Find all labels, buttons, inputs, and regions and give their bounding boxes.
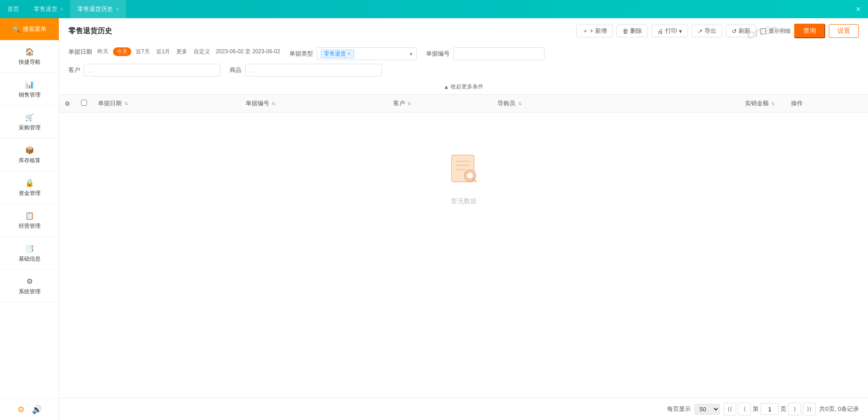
tab-retail-return-history-close[interactable]: × — [116, 6, 118, 12]
date-opt-1month[interactable]: 近1月 — [154, 47, 172, 56]
type-tag: 零售退货 × — [321, 50, 354, 58]
page-input[interactable] — [760, 403, 779, 415]
date-range-display: 2023-06-02 至 2023-06-02 — [216, 48, 280, 56]
sidebar-item-system-label: 系统管理 — [19, 288, 41, 296]
sales-icon: 📊 — [25, 79, 35, 89]
new-button[interactable]: ＋ + 新增 — [576, 25, 613, 37]
table-container: ⚙ 单据日期 ⇅ 单据编号 ⇅ — [59, 95, 868, 398]
col-amount-sort-icon[interactable]: ⇅ — [771, 101, 775, 106]
goods-filter-label: 商品 — [230, 66, 241, 74]
page-header: 零售退货历史 ＋ + 新增 🗑 删除 🖨 打印 ▾ — [59, 18, 868, 95]
operations-icon: 📋 — [25, 210, 35, 220]
sidebar-item-finance[interactable]: 🔒 资金管理 — [0, 171, 59, 204]
sidebar-item-quicknav[interactable]: 🏠 快捷导航 — [0, 40, 59, 73]
display-detail-checkbox[interactable] — [760, 28, 766, 34]
pagination-nav: ⟨⟨ ⟨ 第 页 ⟩ ⟩⟩ — [724, 403, 816, 415]
system-icon: ⚙ — [25, 276, 35, 286]
per-page-select[interactable]: 50 10 20 100 — [694, 404, 720, 415]
select-all-checkbox[interactable] — [81, 100, 87, 106]
filter-row-1: 单据日期 昨天 今天 近7天 近1月 更多 自定义 2023-06-02 至 2… — [68, 47, 859, 60]
type-select[interactable]: 零售退货 × ▾ — [317, 47, 417, 60]
type-chevron-icon: ▾ — [410, 51, 413, 57]
settings-bottom-icon[interactable]: ⚙ — [17, 405, 25, 415]
page-title: 零售退货历史 — [68, 26, 112, 36]
col-guide: 导购员 ⇅ — [492, 95, 618, 113]
print-button[interactable]: 🖨 打印 ▾ — [652, 25, 688, 37]
col-customer-sort-icon[interactable]: ⇅ — [407, 101, 411, 106]
date-filter-label: 单据日期 — [68, 48, 92, 56]
sidebar-search-label: 搜索菜单 — [23, 25, 46, 33]
tab-home[interactable]: 首页 — [0, 0, 26, 18]
type-tag-value: 零售退货 — [324, 50, 346, 58]
empty-icon — [443, 149, 484, 190]
window-close-button[interactable]: × — [848, 5, 868, 14]
sidebar-item-sales[interactable]: 📊 销售管理 — [0, 73, 59, 106]
sidebar-bottom: ⚙ 🔊 — [0, 399, 59, 420]
collapse-button[interactable]: ▲ 收起更多条件 — [68, 80, 859, 94]
date-opt-yesterday[interactable]: 昨天 — [96, 47, 110, 56]
date-opt-more[interactable]: 更多 — [175, 47, 189, 56]
per-page-label: 每页显示 — [667, 405, 691, 413]
customer-input[interactable]: ... — [84, 64, 221, 77]
sidebar-item-operations[interactable]: 📋 经营管理 — [0, 204, 59, 237]
sidebar-search-button[interactable]: 🔍 搜索菜单 — [0, 18, 59, 40]
goods-input[interactable]: ... — [245, 64, 382, 77]
col-guide-sort-icon[interactable]: ⇅ — [518, 101, 522, 106]
table-header-row: ⚙ 单据日期 ⇅ 单据编号 ⇅ — [59, 95, 868, 113]
query-button-label: 查询 — [803, 27, 816, 34]
page-header-top: 零售退货历史 ＋ + 新增 🗑 删除 🖨 打印 ▾ — [68, 24, 859, 38]
first-page-button[interactable]: ⟨⟨ — [724, 403, 736, 415]
tab-retail-return[interactable]: 零售退货 × — [26, 0, 70, 18]
table-footer: 每页显示 50 10 20 100 ⟨⟨ ⟨ 第 页 ⟩ ⟩⟩ 共0页, 0条记… — [59, 398, 868, 420]
voucher-filter: 单据编号 — [426, 47, 544, 60]
display-detail-toggle[interactable]: 显示明细 — [760, 27, 791, 35]
col-voucher-sort-icon[interactable]: ⇅ — [272, 101, 275, 106]
col-voucher-label: 单据编号 — [246, 100, 269, 107]
tab-retail-return-close[interactable]: × — [60, 6, 63, 12]
delete-icon: 🗑 — [622, 28, 628, 35]
quicknav-icon: 🏠 — [25, 46, 35, 56]
date-opt-today[interactable]: 今天 — [113, 47, 131, 56]
export-button[interactable]: ↗ 导出 — [692, 25, 722, 37]
query-button[interactable]: 查询 — [794, 24, 825, 38]
volume-icon[interactable]: 🔊 — [32, 405, 42, 415]
sidebar-item-inventory[interactable]: 📦 库存核算 — [0, 138, 59, 171]
svg-point-5 — [467, 172, 473, 179]
settings-button[interactable]: 设置 — [829, 24, 859, 38]
date-options: 昨天 今天 近7天 近1月 更多 自定义 — [96, 47, 212, 56]
col-settings-icon[interactable]: ⚙ — [65, 100, 70, 107]
voucher-input[interactable] — [453, 47, 544, 60]
content-area: 零售退货历史 ＋ + 新增 🗑 删除 🖨 打印 ▾ — [59, 18, 868, 420]
col-guide-label: 导购员 — [498, 100, 515, 107]
col-date-sort-icon[interactable]: ⇅ — [124, 101, 128, 106]
top-bar-tabs: 首页 零售退货 × 零售退货历史 × — [0, 0, 848, 18]
print-icon: 🖨 — [657, 28, 663, 35]
sidebar: 🔍 搜索菜单 🏠 快捷导航 📊 销售管理 🛒 采购管理 📦 库存核算 🔒 资金管… — [0, 18, 59, 420]
date-opt-custom[interactable]: 自定义 — [192, 47, 212, 56]
tab-retail-return-history[interactable]: 零售退货历史 × — [70, 0, 126, 18]
col-settings[interactable]: ⚙ — [59, 95, 76, 113]
last-page-button[interactable]: ⟩⟩ — [803, 403, 816, 415]
delete-button[interactable]: 🗑 删除 — [616, 25, 648, 37]
sidebar-item-purchase-label: 采购管理 — [19, 124, 41, 132]
print-button-label: 打印 — [665, 27, 677, 35]
next-page-button[interactable]: ⟩ — [788, 403, 801, 415]
sidebar-item-sales-label: 销售管理 — [19, 91, 41, 99]
prev-page-button[interactable]: ⟨ — [738, 403, 751, 415]
empty-text: 暂无数据 — [451, 197, 477, 205]
type-tag-close[interactable]: × — [348, 51, 351, 57]
date-filter: 单据日期 昨天 今天 近7天 近1月 更多 自定义 2023-06-02 至 2… — [68, 47, 280, 56]
sidebar-item-purchase[interactable]: 🛒 采购管理 — [0, 106, 59, 138]
tab-retail-return-history-label: 零售退货历史 — [77, 5, 113, 13]
col-check[interactable] — [76, 95, 92, 113]
inventory-icon: 📦 — [25, 145, 35, 155]
refresh-button[interactable]: ↺ 刷新 — [726, 25, 756, 37]
date-opt-7days[interactable]: 近7天 — [134, 47, 152, 56]
customer-filter-label: 客户 — [68, 66, 80, 74]
settings-button-label: 设置 — [837, 27, 850, 34]
sidebar-item-system[interactable]: ⚙ 系统管理 — [0, 270, 59, 302]
sidebar-item-basicinfo[interactable]: 📑 基础信息 — [0, 237, 59, 270]
collapse-arrow-icon: ▲ — [444, 84, 449, 90]
filter-row-2: 客户 ... 商品 ... — [68, 64, 859, 77]
header-actions: ＋ + 新增 🗑 删除 🖨 打印 ▾ ↗ 导出 — [576, 24, 859, 38]
